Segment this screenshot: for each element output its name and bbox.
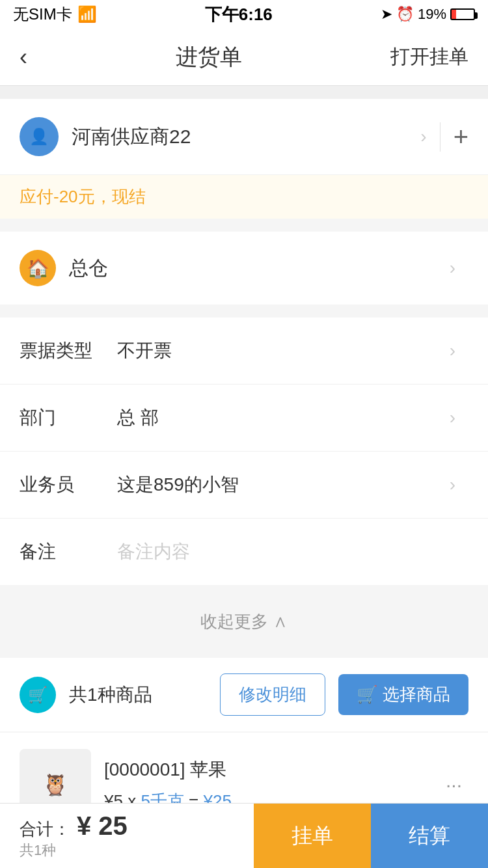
- section-divider-1: [0, 86, 488, 99]
- bottom-bar: 合计： ¥ 25 共1种 挂单 结算: [0, 803, 488, 868]
- supplier-row[interactable]: 👤 河南供应商22 › +: [0, 99, 488, 175]
- department-value: 总 部: [98, 405, 450, 430]
- warehouse-icon: 🏠: [20, 250, 56, 286]
- remark-label: 备注: [20, 539, 98, 564]
- salesperson-label: 业务员: [20, 472, 98, 497]
- product-menu-button[interactable]: ···: [439, 767, 468, 802]
- collapse-label: 收起更多 ∧: [200, 610, 287, 633]
- product-count: 共1种商品: [69, 683, 207, 707]
- invoice-type-label: 票据类型: [20, 338, 98, 363]
- department-chevron-icon: ›: [450, 407, 455, 428]
- supplier-chevron-icon: ›: [420, 126, 426, 147]
- edit-detail-button[interactable]: 修改明细: [220, 673, 325, 716]
- total-row: 合计： ¥ 25: [20, 811, 234, 841]
- add-button[interactable]: +: [440, 122, 468, 152]
- back-button[interactable]: ‹: [20, 44, 27, 71]
- form-row-salesperson[interactable]: 业务员 这是859的小智 ›: [0, 452, 488, 519]
- form-row-remark[interactable]: 备注 备注内容: [0, 519, 488, 585]
- warehouse-chevron-icon: ›: [450, 258, 455, 278]
- warehouse-row[interactable]: 🏠 总仓 ›: [0, 232, 488, 305]
- alarm-icon: ⏰: [396, 6, 414, 23]
- product-header: 🛒 共1种商品 修改明细 🛒 选择商品: [0, 658, 488, 731]
- avatar-icon: 👤: [29, 128, 49, 146]
- select-product-button[interactable]: 🛒 选择商品: [338, 674, 468, 715]
- invoice-type-value: 不开票: [98, 338, 450, 363]
- wifi-icon: 📶: [77, 5, 97, 23]
- product-cart-icon: 🛒: [20, 677, 56, 713]
- page-title: 进货单: [176, 42, 242, 72]
- department-label: 部门: [20, 405, 98, 430]
- nav-bar: ‹ 进货单 打开挂单: [0, 29, 488, 86]
- total-sub: 共1种: [20, 841, 234, 860]
- form-row-department[interactable]: 部门 总 部 ›: [0, 385, 488, 452]
- remark-input[interactable]: 备注内容: [98, 539, 468, 564]
- status-right: ➤ ⏰ 19%: [381, 6, 475, 23]
- battery-icon: [450, 8, 475, 20]
- product-title: 苹果: [190, 759, 226, 780]
- product-code: [0000001]: [104, 759, 185, 780]
- collapse-row[interactable]: 收起更多 ∧: [0, 598, 488, 645]
- supplier-note: 应付-20元，现结: [0, 175, 488, 219]
- supplier-avatar: 👤: [20, 117, 59, 156]
- select-product-icon: 🛒: [357, 685, 377, 705]
- supplier-name: 河南供应商22: [72, 124, 420, 150]
- checkout-button[interactable]: 结算: [371, 804, 488, 868]
- total-amount: ¥ 25: [77, 811, 128, 841]
- battery-label: 19%: [418, 6, 446, 23]
- hang-button[interactable]: 挂单: [254, 804, 371, 868]
- salesperson-chevron-icon: ›: [450, 474, 455, 495]
- open-hang-button[interactable]: 打开挂单: [390, 44, 468, 70]
- signal-label: 无SIM卡: [13, 4, 72, 25]
- status-bar: 无SIM卡 📶 下午6:16 ➤ ⏰ 19%: [0, 0, 488, 29]
- location-icon: ➤: [381, 6, 392, 23]
- select-product-label: 选择商品: [383, 683, 450, 706]
- bottom-total: 合计： ¥ 25 共1种: [0, 804, 254, 868]
- warehouse-section: 🏠 总仓 ›: [0, 232, 488, 305]
- supplier-section: 👤 河南供应商22 › + 应付-20元，现结: [0, 99, 488, 219]
- form-section: 票据类型 不开票 › 部门 总 部 › 业务员 这是859的小智 › 备注 备注…: [0, 318, 488, 585]
- product-name: [0000001] 苹果: [104, 757, 439, 782]
- total-label: 合计：: [20, 818, 70, 841]
- invoice-type-chevron-icon: ›: [450, 340, 455, 361]
- status-time: 下午6:16: [205, 3, 273, 26]
- status-left: 无SIM卡 📶: [13, 4, 97, 25]
- form-row-invoice-type[interactable]: 票据类型 不开票 ›: [0, 318, 488, 385]
- product-thumb-icon: 🦉: [42, 772, 68, 797]
- salesperson-value: 这是859的小智: [98, 472, 450, 497]
- warehouse-name: 总仓: [69, 255, 450, 282]
